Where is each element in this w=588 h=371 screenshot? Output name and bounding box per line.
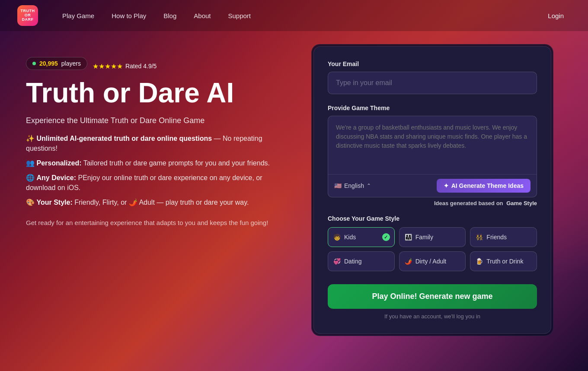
language-selector[interactable]: 🇺🇸 English ⌃ — [334, 182, 371, 189]
nav-links: Play Game How to Play Blog About Support — [55, 9, 541, 23]
feature-list: ✨ Unlimited AI-generated truth or dare o… — [26, 134, 285, 207]
theme-label: Provide Game Theme — [328, 105, 537, 111]
nav-link-blog[interactable]: Blog — [157, 9, 183, 23]
nav-link-play-game[interactable]: Play Game — [55, 9, 101, 23]
email-input[interactable] — [328, 72, 537, 94]
style-dirty-label: Dirty / Adult — [415, 258, 447, 265]
sparkle-icon: ✦ — [444, 182, 449, 189]
feature-item-4: 🎨 Your Style: Friendly, Flirty, or 🌶️ Ad… — [26, 198, 285, 207]
login-button[interactable]: Login — [541, 9, 571, 23]
rating-text: Rated 4.9/5 — [125, 63, 157, 70]
logo[interactable]: TRUTH OR DARF — [17, 5, 38, 26]
feature-text-4: Friendly, Flirty, or 🌶️ Adult — play tru… — [73, 199, 249, 206]
style-family-label: Family — [415, 234, 433, 241]
dating-emoji: 💞 — [333, 258, 341, 265]
feature-item-2: 👥 Personalized: Tailored truth or dare g… — [26, 159, 285, 168]
language-label: English — [344, 182, 364, 189]
game-card-inner: Your Email Provide Game Theme 🇺🇸 English… — [313, 46, 551, 334]
hero-subtitle: Experience the Ultimate Truth or Dare On… — [26, 116, 285, 125]
chevron-down-icon: ⌃ — [367, 183, 371, 189]
players-badge: 20,995 players — [26, 57, 87, 70]
nav-link-about[interactable]: About — [187, 9, 217, 23]
feature-bold-4: Your Style: — [36, 199, 72, 206]
dirty-emoji: 🌶️ — [405, 258, 412, 265]
style-dating-label: Dating — [344, 258, 361, 265]
style-friends[interactable]: 👯 Friends — [470, 227, 537, 247]
family-emoji: 👨‍👩‍👧 — [405, 234, 412, 241]
feature-bold-1: Unlimited AI-generated truth or dare onl… — [36, 135, 212, 142]
game-card: Your Email Provide Game Theme 🇺🇸 English… — [311, 44, 553, 336]
style-drink-label: Truth or Drink — [486, 258, 523, 265]
nav-link-support[interactable]: Support — [221, 9, 258, 23]
left-panel: 20,995 players ★★★★★ Rated 4.9/5 Truth o… — [26, 40, 285, 228]
style-kids[interactable]: 🧒 Kids ✓ — [328, 227, 395, 247]
feature-item-3: 🌐 Any Device: PEnjoy our online truth or… — [26, 173, 285, 193]
feature-emoji-3: 🌐 — [26, 174, 36, 181]
drink-emoji: 🍺 — [476, 258, 483, 265]
email-label: Your Email — [328, 60, 537, 67]
feature-bold-2: Personalized: — [36, 159, 81, 167]
ai-generate-button[interactable]: ✦ AI Generate Theme Ideas — [437, 179, 530, 193]
navbar: TRUTH OR DARF Play Game How to Play Blog… — [0, 0, 588, 31]
nav-link-how-to-play[interactable]: How to Play — [105, 9, 153, 23]
players-count: 20,995 — [39, 60, 58, 67]
ai-btn-label: AI Generate Theme Ideas — [451, 182, 524, 189]
main-content: 20,995 players ★★★★★ Rated 4.9/5 Truth o… — [0, 31, 588, 371]
friends-emoji: 👯 — [476, 234, 483, 241]
ideas-note: Ideas generated based on Game Style — [328, 200, 537, 206]
style-dating[interactable]: 💞 Dating — [328, 251, 395, 271]
textarea-footer: 🇺🇸 English ⌃ ✦ AI Generate Theme Ideas — [328, 174, 537, 197]
play-button[interactable]: Play Online! Generate new game — [328, 284, 537, 309]
flag-icon: 🇺🇸 — [334, 182, 342, 189]
logo-icon: TRUTH OR DARF — [17, 5, 38, 26]
ideas-note-prefix: Ideas generated based on — [434, 200, 503, 206]
feature-item-1: ✨ Unlimited AI-generated truth or dare o… — [26, 134, 285, 153]
style-label: Choose Your Game Style — [328, 215, 537, 222]
login-note: If you have an account, we'll log you in — [328, 313, 537, 320]
feature-emoji-1: ✨ — [26, 135, 36, 142]
style-grid: 🧒 Kids ✓ 👨‍👩‍👧 Family 👯 Friends 💞 — [328, 227, 537, 271]
style-kids-label: Kids — [344, 234, 356, 241]
ideas-note-link: Game Style — [506, 200, 537, 206]
style-dirty-adult[interactable]: 🌶️ Dirty / Adult — [399, 251, 466, 271]
hero-title: Truth or Dare AI — [26, 79, 285, 108]
kids-emoji: 🧒 — [333, 234, 341, 241]
theme-textarea[interactable] — [328, 116, 537, 172]
theme-textarea-wrapper: 🇺🇸 English ⌃ ✦ AI Generate Theme Ideas — [328, 116, 537, 197]
rating-badge: ★★★★★ Rated 4.9/5 — [93, 62, 157, 70]
active-indicator — [32, 62, 36, 65]
stars-icon: ★★★★★ — [93, 62, 123, 70]
style-truth-or-drink[interactable]: 🍺 Truth or Drink — [470, 251, 537, 271]
feature-emoji-2: 👥 — [26, 159, 36, 167]
players-label: players — [61, 60, 81, 67]
check-icon: ✓ — [382, 233, 390, 241]
right-panel: Your Email Provide Game Theme 🇺🇸 English… — [311, 44, 553, 336]
description-text: Get ready for an entertaining experience… — [26, 218, 285, 228]
feature-bold-3: Any Device: — [36, 174, 76, 181]
style-friends-label: Friends — [486, 234, 507, 241]
style-family[interactable]: 👨‍👩‍👧 Family — [399, 227, 466, 247]
feature-emoji-4: 🎨 — [26, 199, 36, 206]
feature-text-2: Tailored truth or dare game prompts for … — [81, 159, 269, 167]
